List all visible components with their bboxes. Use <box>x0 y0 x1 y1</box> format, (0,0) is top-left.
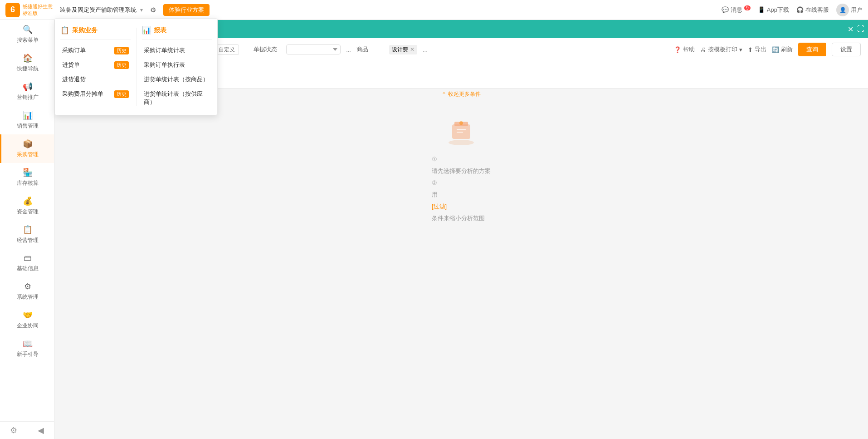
system-title-text: 装备及固定资产辅助管理系统 <box>60 6 137 14</box>
sidebar-item-purchase[interactable]: 📦 采购管理 <box>0 134 54 163</box>
sidebar-item-search[interactable]: 🔍 搜索菜单 <box>0 20 54 49</box>
logo-icon: 6 <box>5 3 20 17</box>
svg-point-3 <box>459 121 463 125</box>
sidebar-settings-btn[interactable]: ⚙ <box>10 425 17 435</box>
report-col-icon: 📊 <box>142 26 151 35</box>
message-badge: 9 <box>744 5 751 10</box>
finance-icon: 💰 <box>23 196 33 206</box>
report-col-title: 📊 报表 <box>142 24 212 39</box>
purchase-icon: 📦 <box>23 139 33 149</box>
filter-ellipsis-2: ... <box>423 46 428 53</box>
logo-area: 6 畅捷通好生意 标准版 <box>5 3 60 17</box>
system-icon: ⚙ <box>24 281 31 291</box>
sidebar-item-system[interactable]: ⚙ 系统管理 <box>0 277 54 306</box>
tab-bar-right: ✕ ⛶ <box>848 25 864 34</box>
gear-icon[interactable]: ⚙ <box>150 6 156 14</box>
enterprise-icon: 🤝 <box>23 310 33 320</box>
header-right: 💬 消息 9 📱 App下载 🎧 在线客服 👤 用户 <box>722 4 863 16</box>
system-title-dropdown[interactable]: ▾ <box>140 7 143 13</box>
sidebar-item-finance[interactable]: 💰 资金管理 <box>0 192 54 220</box>
print-btn[interactable]: 🖨 按模板打印 ▾ <box>700 45 742 54</box>
dropdown-item-purchase-expense[interactable]: 采购费用分摊单 历史 <box>60 87 131 101</box>
sidebar-item-guide[interactable]: 📖 新手引导 <box>0 334 54 363</box>
dropdown-item-report-1[interactable]: 采购订单统计表 <box>142 43 212 58</box>
sidebar-bottom: ⚙ ◀ <box>0 421 54 439</box>
goods-label: 商品 <box>356 45 384 54</box>
help-btn[interactable]: ❓ 帮助 <box>674 45 695 54</box>
sidebar-item-marketing[interactable]: 📢 营销推广 <box>0 77 54 106</box>
purchase-col-icon: 📋 <box>60 26 69 35</box>
message-item[interactable]: 💬 消息 9 <box>722 6 751 14</box>
export-icon: ⬆ <box>748 46 753 53</box>
sidebar-item-sales[interactable]: 📊 销售管理 <box>0 106 54 134</box>
dropdown-item-report-4[interactable]: 进货单统计表（按供应商） <box>142 87 212 109</box>
collapse-icon: ⌃ <box>442 91 446 98</box>
svg-point-0 <box>449 140 474 145</box>
empty-state: ① 请先选择要分析的方案 ② 用[过滤]条件来缩小分析范围 <box>54 100 868 236</box>
operation-icon: 📋 <box>23 225 33 235</box>
system-title-area: 装备及固定资产辅助管理系统 ▾ ⚙ 体验行业方案 <box>60 4 722 16</box>
empty-illustration <box>443 112 479 148</box>
marketing-icon: 📢 <box>23 82 33 92</box>
dropdown-item-report-3[interactable]: 进货单统计表（按商品） <box>142 72 212 87</box>
sidebar-item-quick-nav[interactable]: 🏠 快捷导航 <box>0 49 54 77</box>
purchase-col: 📋 采购业务 采购订单 历史 进货单 历史 进货退货 <box>55 24 136 109</box>
main-layout: 🔍 搜索菜单 🏠 快捷导航 📢 营销推广 📊 销售管理 📦 采购管理 🏪 库存核… <box>0 20 868 439</box>
goods-tag-close[interactable]: ✕ <box>410 46 414 53</box>
logo-text: 畅捷通好生意 标准版 <box>23 3 53 16</box>
purchase-col-title: 📋 采购业务 <box>60 24 131 39</box>
message-icon: 💬 <box>722 6 729 13</box>
basic-info-icon: 🗃 <box>24 253 32 263</box>
avatar: 👤 <box>836 4 849 16</box>
report-col: 📊 报表 采购订单统计表 采购订单执行表 进货单统计表（按商品） 进货单统计表（… <box>137 24 218 109</box>
print-dropdown-icon: ▾ <box>739 46 742 53</box>
app-download-item[interactable]: 📱 App下载 <box>758 6 789 14</box>
headset-icon: 🎧 <box>796 6 804 13</box>
history-badge-1: 历史 <box>114 61 129 69</box>
tab-close-page-icon[interactable]: ✕ <box>848 25 853 34</box>
user-item[interactable]: 👤 用户 <box>836 4 863 16</box>
goods-tag: 设计费 ✕ <box>389 45 417 54</box>
content-area: 首页 销售排行榜 ✕ ✕ ⛶ 日期 2024-01-01 ~ 202 <box>54 20 868 439</box>
refresh-btn[interactable]: 🔄 刷新 <box>772 45 793 54</box>
tab-maximize-icon[interactable]: ⛶ <box>857 25 864 33</box>
dropdown-menu: 📋 采购业务 采购订单 历史 进货单 历史 进货退货 <box>54 20 218 115</box>
refresh-icon: 🔄 <box>772 46 779 53</box>
voucher-status-select[interactable] <box>286 44 341 54</box>
empty-hints: ① 请先选择要分析的方案 ② 用[过滤]条件来缩小分析范围 <box>432 153 491 224</box>
query-btn[interactable]: 查询 <box>798 43 826 56</box>
export-btn[interactable]: ⬆ 导出 <box>748 45 766 54</box>
quick-btn-custom[interactable]: 自定义 <box>215 44 239 55</box>
history-badge-0: 历史 <box>114 47 129 54</box>
sales-icon: 📊 <box>23 110 33 120</box>
svg-rect-4 <box>457 129 466 130</box>
filter-ellipsis-1: ... <box>346 46 351 53</box>
sidebar-item-inventory[interactable]: 🏪 库存核算 <box>0 163 54 192</box>
dropdown-item-goods-receipt[interactable]: 进货单 历史 <box>60 58 131 72</box>
help-icon: ❓ <box>674 46 681 53</box>
svg-rect-5 <box>457 132 463 133</box>
online-service-item[interactable]: 🎧 在线客服 <box>796 6 829 14</box>
toolbar-right: ❓ 帮助 🖨 按模板打印 ▾ ⬆ 导出 🔄 <box>674 43 861 56</box>
sidebar-item-operation[interactable]: 📋 经营管理 <box>0 220 54 249</box>
dropdown-columns: 📋 采购业务 采购订单 历史 进货单 历史 进货退货 <box>55 24 217 109</box>
dropdown-item-purchase-order[interactable]: 采购订单 历史 <box>60 43 131 58</box>
print-icon: 🖨 <box>700 46 706 53</box>
industry-btn[interactable]: 体验行业方案 <box>163 4 210 16</box>
sidebar-item-basic-info[interactable]: 🗃 基础信息 <box>0 249 54 277</box>
search-icon: 🔍 <box>23 25 33 35</box>
dropdown-item-report-2[interactable]: 采购订单执行表 <box>142 58 212 72</box>
sidebar-collapse-btn[interactable]: ◀ <box>38 425 44 435</box>
dropdown-item-goods-return[interactable]: 进货退货 <box>60 72 131 87</box>
sidebar: 🔍 搜索菜单 🏠 快捷导航 📢 营销推广 📊 销售管理 📦 采购管理 🏪 库存核… <box>0 20 54 439</box>
guide-icon: 📖 <box>23 339 33 349</box>
setting-btn[interactable]: 设置 <box>832 43 861 56</box>
sidebar-item-enterprise[interactable]: 🤝 企业协同 <box>0 306 54 334</box>
home-icon: 🏠 <box>23 53 33 63</box>
inventory-icon: 🏪 <box>23 168 33 178</box>
voucher-status-label: 单据状态 <box>254 45 281 54</box>
history-badge-3: 历史 <box>114 90 129 98</box>
top-header: 6 畅捷通好生意 标准版 装备及固定资产辅助管理系统 ▾ ⚙ 体验行业方案 💬 … <box>0 0 868 20</box>
phone-icon: 📱 <box>758 6 765 13</box>
